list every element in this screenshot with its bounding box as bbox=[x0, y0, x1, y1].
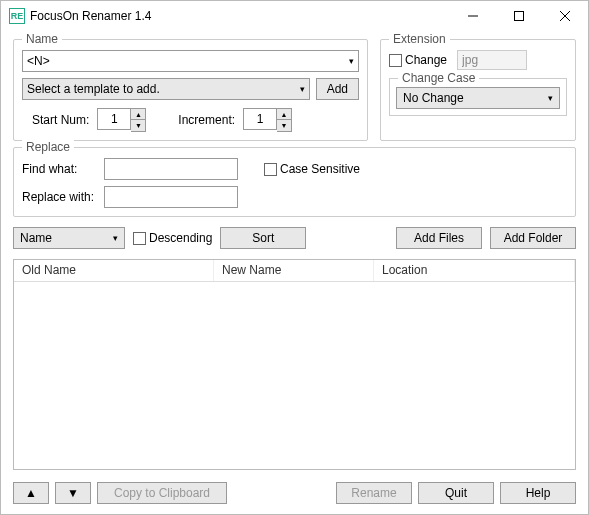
svg-rect-1 bbox=[515, 12, 524, 21]
change-case-label: Change Case bbox=[398, 71, 479, 85]
checkbox-icon bbox=[389, 54, 402, 67]
replace-group: Replace Find what: Case Sensitive Replac… bbox=[13, 147, 576, 217]
replace-with-input[interactable] bbox=[104, 186, 238, 208]
template-select-text: Select a template to add. bbox=[27, 82, 160, 96]
find-what-label: Find what: bbox=[22, 162, 96, 176]
descending-label: Descending bbox=[149, 231, 212, 245]
checkbox-icon bbox=[264, 163, 277, 176]
triangle-up-icon: ▲ bbox=[25, 486, 37, 500]
add-folder-button[interactable]: Add Folder bbox=[490, 227, 576, 249]
change-ext-checkbox[interactable]: Change bbox=[389, 53, 447, 67]
change-case-select[interactable]: No Change ▾ bbox=[396, 87, 560, 109]
move-up-button[interactable]: ▲ bbox=[13, 482, 49, 504]
sort-button[interactable]: Sort bbox=[220, 227, 306, 249]
change-case-value: No Change bbox=[403, 91, 464, 105]
sort-field-value: Name bbox=[20, 231, 52, 245]
app-window: RE FocusOn Renamer 1.4 Name <N> ▾ Select bbox=[0, 0, 589, 515]
increment-spinner[interactable]: ▲▼ bbox=[243, 108, 292, 132]
move-down-button[interactable]: ▼ bbox=[55, 482, 91, 504]
col-new-name[interactable]: New Name bbox=[214, 260, 374, 281]
window-title: FocusOn Renamer 1.4 bbox=[30, 9, 450, 23]
name-group: Name <N> ▾ Select a template to add. ▾ A… bbox=[13, 39, 368, 141]
file-list[interactable]: Old Name New Name Location bbox=[13, 259, 576, 470]
checkbox-icon bbox=[133, 232, 146, 245]
change-case-group: Change Case No Change ▾ bbox=[389, 78, 567, 116]
spin-up-icon[interactable]: ▲ bbox=[131, 109, 145, 120]
name-pattern-value: <N> bbox=[27, 54, 50, 68]
change-ext-label: Change bbox=[405, 53, 447, 67]
help-button[interactable]: Help bbox=[500, 482, 576, 504]
spin-up-icon[interactable]: ▲ bbox=[277, 109, 291, 120]
extension-group: Extension Change Change Case No Change ▾ bbox=[380, 39, 576, 141]
template-select[interactable]: Select a template to add. ▾ bbox=[22, 78, 310, 100]
app-icon: RE bbox=[9, 8, 25, 24]
case-sensitive-label: Case Sensitive bbox=[280, 162, 360, 176]
name-pattern-input[interactable]: <N> ▾ bbox=[22, 50, 359, 72]
maximize-button[interactable] bbox=[496, 1, 542, 31]
col-location[interactable]: Location bbox=[374, 260, 575, 281]
content: Name <N> ▾ Select a template to add. ▾ A… bbox=[1, 31, 588, 514]
extension-group-label: Extension bbox=[389, 32, 450, 46]
add-files-button[interactable]: Add Files bbox=[396, 227, 482, 249]
minimize-button[interactable] bbox=[450, 1, 496, 31]
start-num-label: Start Num: bbox=[32, 113, 89, 127]
chevron-down-icon: ▾ bbox=[349, 56, 354, 66]
descending-checkbox[interactable]: Descending bbox=[133, 231, 212, 245]
increment-input[interactable] bbox=[243, 108, 277, 130]
name-group-label: Name bbox=[22, 32, 62, 46]
spin-down-icon[interactable]: ▼ bbox=[131, 120, 145, 131]
chevron-down-icon: ▾ bbox=[113, 233, 118, 243]
replace-group-label: Replace bbox=[22, 140, 74, 154]
quit-button[interactable]: Quit bbox=[418, 482, 494, 504]
find-what-input[interactable] bbox=[104, 158, 238, 180]
col-old-name[interactable]: Old Name bbox=[14, 260, 214, 281]
sort-row: Name ▾ Descending Sort Add Files Add Fol… bbox=[13, 227, 576, 249]
case-sensitive-checkbox[interactable]: Case Sensitive bbox=[264, 162, 360, 176]
copy-clipboard-button[interactable]: Copy to Clipboard bbox=[97, 482, 227, 504]
extension-input[interactable] bbox=[457, 50, 527, 70]
window-controls bbox=[450, 1, 588, 31]
sort-field-select[interactable]: Name ▾ bbox=[13, 227, 125, 249]
titlebar: RE FocusOn Renamer 1.4 bbox=[1, 1, 588, 31]
bottom-row: ▲ ▼ Copy to Clipboard Rename Quit Help bbox=[13, 482, 576, 504]
close-button[interactable] bbox=[542, 1, 588, 31]
list-header: Old Name New Name Location bbox=[14, 260, 575, 282]
chevron-down-icon: ▾ bbox=[548, 93, 553, 103]
spin-down-icon[interactable]: ▼ bbox=[277, 120, 291, 131]
chevron-down-icon: ▾ bbox=[300, 84, 305, 94]
start-num-input[interactable] bbox=[97, 108, 131, 130]
increment-label: Increment: bbox=[178, 113, 235, 127]
triangle-down-icon: ▼ bbox=[67, 486, 79, 500]
rename-button[interactable]: Rename bbox=[336, 482, 412, 504]
start-num-spinner[interactable]: ▲▼ bbox=[97, 108, 146, 132]
replace-with-label: Replace with: bbox=[22, 190, 96, 204]
add-template-button[interactable]: Add bbox=[316, 78, 359, 100]
